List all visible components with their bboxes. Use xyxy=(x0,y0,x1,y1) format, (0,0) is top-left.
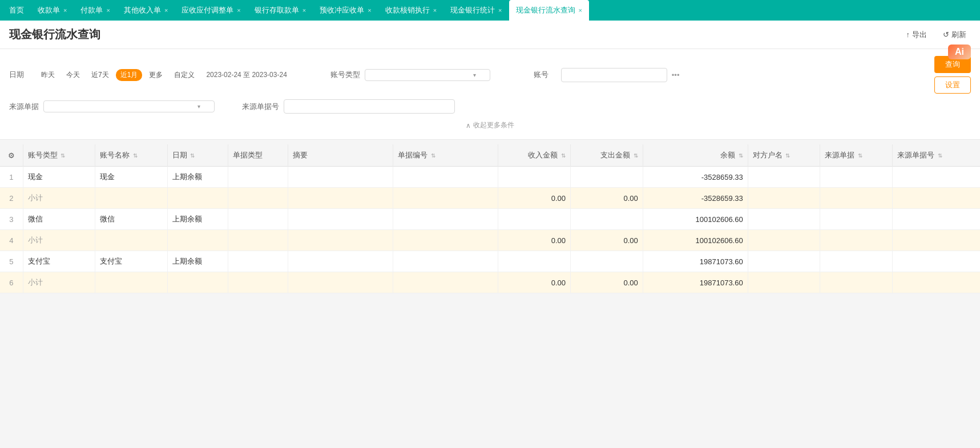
date-opt-7days[interactable]: 近7天 xyxy=(87,69,114,81)
col-doc-num[interactable]: 单据编号 ⇅ xyxy=(393,144,498,167)
ai-badge[interactable]: Ai xyxy=(948,45,971,59)
nav-item-cash-bank-stat[interactable]: 现金银行统计 × xyxy=(443,0,509,21)
filter-row-2: 来源单据 ▾ 来源单据号 xyxy=(9,99,971,114)
refresh-button[interactable]: ↺ 刷新 xyxy=(938,27,971,42)
table-row[interactable]: 1现金现金上期余额-3528659.33 xyxy=(0,167,980,188)
cell-income xyxy=(498,251,571,272)
nav-item-cash-bank-flow[interactable]: 现金银行流水查询 × xyxy=(509,0,589,21)
close-cash-flow-icon[interactable]: × xyxy=(579,7,582,14)
cell-doc-num xyxy=(393,188,498,209)
nav-item-bank-deposit[interactable]: 银行存取款单 × xyxy=(248,0,313,21)
col-doc-type[interactable]: 单据类型 xyxy=(228,144,288,167)
close-receipt-icon[interactable]: × xyxy=(63,7,67,14)
cell-source-doc xyxy=(820,251,893,272)
export-button[interactable]: ↑ 导出 xyxy=(902,27,932,42)
col-date[interactable]: 日期 ⇅ xyxy=(167,144,228,167)
account-label: 账号 xyxy=(534,70,556,80)
source-doc-num-filter: 来源单据号 xyxy=(242,99,455,114)
date-opt-yesterday[interactable]: 昨天 xyxy=(37,69,59,81)
account-type-select[interactable]: ▾ xyxy=(365,69,490,81)
cell-income: 0.00 xyxy=(498,230,571,251)
cell-account-type: 微信 xyxy=(23,209,95,230)
cell-expense xyxy=(571,251,643,272)
top-nav: 首页 收款单 × 付款单 × 其他收入单 × 应收应付调整单 × 银行存取款单 … xyxy=(0,0,980,21)
col-source-doc-num[interactable]: 来源单据号 ⇅ xyxy=(893,144,980,167)
export-icon: ↑ xyxy=(906,30,910,39)
nav-item-home[interactable]: 首页 xyxy=(2,0,31,21)
close-prepay-icon[interactable]: × xyxy=(368,7,371,14)
sort-account-type-icon: ⇅ xyxy=(61,152,65,159)
close-other-income-icon[interactable]: × xyxy=(164,7,168,14)
cell-expense: 0.00 xyxy=(571,230,643,251)
cell-account-type: 支付宝 xyxy=(23,251,95,272)
table-row[interactable]: 6小计0.000.0019871073.60 xyxy=(0,272,980,293)
date-opt-1month[interactable]: 近1月 xyxy=(116,69,143,81)
cell-account-type: 小计 xyxy=(23,188,95,209)
close-bank-deposit-icon[interactable]: × xyxy=(303,7,306,14)
col-income[interactable]: 收入金额 ⇅ xyxy=(498,144,571,167)
sort-source-doc-icon: ⇅ xyxy=(858,152,862,159)
col-summary[interactable]: 摘要 xyxy=(288,144,393,167)
col-source-doc[interactable]: 来源单据 ⇅ xyxy=(820,144,893,167)
table-row[interactable]: 5支付宝支付宝上期余额19871073.60 xyxy=(0,251,980,272)
nav-item-ar-ap-adjust[interactable]: 应收应付调整单 × xyxy=(175,0,247,21)
filter-row-1: 日期 昨天 今天 近7天 近1月 更多 自定义 2023-02-24 至 202… xyxy=(9,56,971,94)
cell-source-doc-num xyxy=(893,188,980,209)
table-row[interactable]: 2小计0.000.00-3528659.33 xyxy=(0,188,980,209)
source-doc-num-label: 来源单据号 xyxy=(242,102,279,112)
col-date-label: 日期 xyxy=(172,151,187,159)
cell-source-doc xyxy=(820,272,893,293)
nav-item-receipt-verify[interactable]: 收款核销执行 × xyxy=(378,0,443,21)
col-expense[interactable]: 支出金额 ⇅ xyxy=(571,144,643,167)
source-doc-label: 来源单据 xyxy=(9,102,39,112)
nav-other-income-label: 其他收入单 xyxy=(124,5,161,15)
cell-balance: 19871073.60 xyxy=(643,251,748,272)
more-options-icon[interactable]: ••• xyxy=(672,71,680,79)
sort-source-doc-num-icon: ⇅ xyxy=(938,152,942,159)
close-receipt-verify-icon[interactable]: × xyxy=(433,7,437,14)
col-counterpart[interactable]: 对方户名 ⇅ xyxy=(748,144,820,167)
col-settings[interactable]: ⚙ xyxy=(0,144,23,167)
nav-ar-ap-label: 应收应付调整单 xyxy=(182,5,233,15)
table-body: 1现金现金上期余额-3528659.332小计0.000.00-3528659.… xyxy=(0,167,980,293)
cell-doc-num xyxy=(393,167,498,188)
date-opt-more[interactable]: 更多 xyxy=(144,69,167,81)
date-opt-custom[interactable]: 自定义 xyxy=(170,69,199,81)
nav-cash-stat-label: 现金银行统计 xyxy=(450,5,495,15)
nav-item-payment[interactable]: 付款单 × xyxy=(74,0,116,21)
collapse-bar[interactable]: ∧ 收起更多条件 xyxy=(9,118,971,132)
settings-button[interactable]: 设置 xyxy=(934,76,971,94)
cell-source-doc xyxy=(820,188,893,209)
table-row[interactable]: 3微信微信上期余额100102606.60 xyxy=(0,209,980,230)
cell-balance: 100102606.60 xyxy=(643,230,748,251)
close-cash-stat-icon[interactable]: × xyxy=(498,7,502,14)
close-ar-ap-icon[interactable]: × xyxy=(237,7,240,14)
cell-source-doc xyxy=(820,230,893,251)
col-income-label: 收入金额 xyxy=(528,151,558,159)
close-payment-icon[interactable]: × xyxy=(106,7,110,14)
col-counterpart-label: 对方户名 xyxy=(753,151,783,159)
gear-icon[interactable]: ⚙ xyxy=(8,151,15,160)
cell-source-doc xyxy=(820,167,893,188)
cell-counterpart xyxy=(748,167,820,188)
cell-doc-type xyxy=(228,272,288,293)
nav-receipt-label: 收款单 xyxy=(38,5,60,15)
nav-item-prepay-offset[interactable]: 预收冲应收单 × xyxy=(313,0,378,21)
cell-date: 上期余额 xyxy=(167,209,228,230)
nav-item-other-income[interactable]: 其他收入单 × xyxy=(117,0,175,21)
table-row[interactable]: 4小计0.000.00100102606.60 xyxy=(0,230,980,251)
account-input[interactable] xyxy=(561,68,667,82)
source-doc-num-input[interactable] xyxy=(284,99,455,114)
cell-counterpart xyxy=(748,230,820,251)
row-number: 1 xyxy=(0,167,23,188)
sort-doc-num-icon: ⇅ xyxy=(431,152,435,159)
nav-item-receipt[interactable]: 收款单 × xyxy=(31,0,74,21)
col-balance[interactable]: 余额 ⇅ xyxy=(643,144,748,167)
col-balance-label: 余额 xyxy=(720,151,735,159)
col-account-type[interactable]: 账号类型 ⇅ xyxy=(23,144,95,167)
cell-balance: -3528659.33 xyxy=(643,188,748,209)
col-account-name[interactable]: 账号名称 ⇅ xyxy=(95,144,168,167)
date-opt-today[interactable]: 今天 xyxy=(62,69,84,81)
source-doc-select[interactable]: ▾ xyxy=(43,100,215,112)
cell-expense xyxy=(571,167,643,188)
